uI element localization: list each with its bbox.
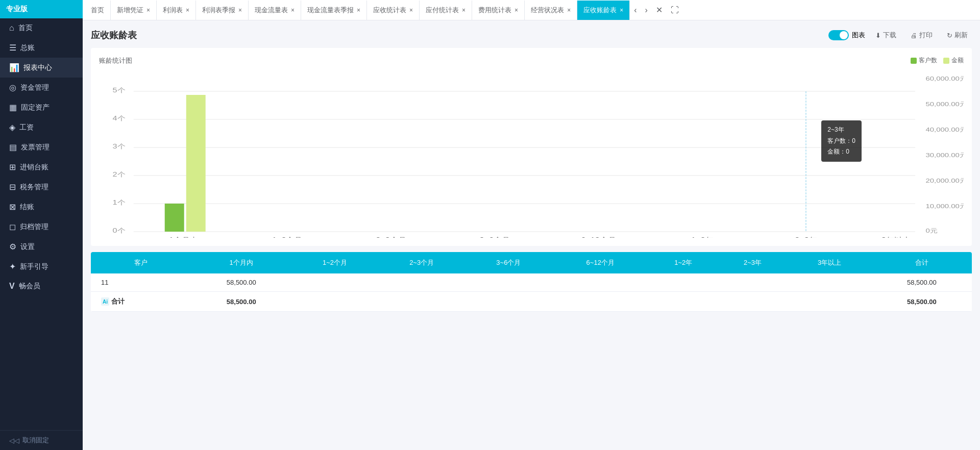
tab-close-all-btn[interactable]: ✕ bbox=[652, 5, 667, 15]
tab-ar-aging[interactable]: 应收账龄表 × bbox=[577, 1, 630, 20]
tab-next-btn[interactable]: › bbox=[641, 6, 651, 15]
guide-icon: ✦ bbox=[9, 262, 16, 271]
sidebar-item-vip[interactable]: V 畅会员 bbox=[0, 277, 83, 296]
tab-receivable-stats[interactable]: 应收统计表 × bbox=[367, 1, 420, 20]
legend-customer-dot bbox=[911, 58, 917, 64]
sales-icon: ⊞ bbox=[9, 162, 16, 172]
tab-business-status[interactable]: 经营状况表 × bbox=[525, 1, 577, 20]
tab-cashflow[interactable]: 现金流量表 × bbox=[249, 1, 301, 20]
tab-cashflow-close[interactable]: × bbox=[291, 7, 295, 14]
tab-profit-label: 利润表 bbox=[163, 6, 183, 15]
svg-text:60,000.00元: 60,000.00元 bbox=[925, 76, 964, 82]
col-header-m3-6: 3~6个月 bbox=[465, 252, 552, 273]
sidebar-item-settings[interactable]: ⚙ 设置 bbox=[0, 237, 83, 257]
tab-prev-btn[interactable]: ‹ bbox=[630, 6, 641, 15]
tab-profit[interactable]: 利润表 × bbox=[157, 1, 196, 20]
col-header-customer: 客户 bbox=[91, 252, 191, 273]
refresh-icon: ↻ bbox=[947, 32, 952, 39]
table-total-row: Ai 合计 58,500.00 58,500.00 bbox=[91, 292, 972, 312]
bar-amount-1month bbox=[186, 95, 206, 232]
gear-icon: ⚙ bbox=[9, 242, 16, 252]
toggle-label: 图表 bbox=[852, 31, 865, 40]
tab-voucher[interactable]: 新增凭证 × bbox=[111, 1, 157, 20]
sidebar-item-invoice[interactable]: ▤ 发票管理 bbox=[0, 137, 83, 157]
col-header-total: 合计 bbox=[872, 252, 972, 273]
reports-icon: 📊 bbox=[9, 63, 19, 72]
table-row: 11 58,500.00 58,500.00 bbox=[91, 273, 972, 292]
cell-customer: 11 bbox=[91, 273, 191, 292]
chart-toggle[interactable]: 图表 bbox=[828, 30, 865, 40]
tab-ar-aging-label: 应收账龄表 bbox=[583, 6, 617, 15]
salary-icon: ◈ bbox=[9, 122, 15, 132]
sidebar-item-ledger[interactable]: ☰ 总账 bbox=[0, 38, 83, 58]
sidebar-item-label: 归档管理 bbox=[20, 222, 48, 232]
tab-home[interactable]: 首页 bbox=[85, 1, 111, 20]
sidebar-item-label: 设置 bbox=[20, 242, 35, 252]
svg-text:50,000.00元: 50,000.00元 bbox=[925, 101, 964, 108]
tab-cashflow-quarterly-close[interactable]: × bbox=[357, 7, 360, 14]
sidebar-item-salary[interactable]: ◈ 工资 bbox=[0, 117, 83, 137]
tab-payable-stats-close[interactable]: × bbox=[462, 7, 465, 14]
col-header-m1: 1个月内 bbox=[191, 252, 291, 273]
sidebar-item-reports[interactable]: 📊 报表中心 bbox=[0, 58, 83, 78]
cell-total: 58,500.00 bbox=[872, 273, 972, 292]
tab-payable-stats[interactable]: 应付统计表 × bbox=[420, 1, 472, 20]
tab-business-status-close[interactable]: × bbox=[567, 7, 571, 14]
sidebar-item-sales[interactable]: ⊞ 进销台账 bbox=[0, 157, 83, 177]
tab-profit-quarterly[interactable]: 利润表季报 × bbox=[196, 1, 249, 20]
svg-text:1~2个月: 1~2个月 bbox=[272, 236, 302, 238]
tab-payable-stats-label: 应付统计表 bbox=[426, 6, 459, 15]
tab-receivable-stats-close[interactable]: × bbox=[409, 7, 413, 14]
svg-text:3个: 3个 bbox=[113, 143, 126, 149]
tab-expense-stats[interactable]: 费用统计表 × bbox=[472, 1, 525, 20]
sidebar-item-label: 进销台账 bbox=[20, 163, 48, 172]
sidebar-item-funds[interactable]: ◎ 资金管理 bbox=[0, 78, 83, 97]
tab-profit-quarterly-label: 利润表季报 bbox=[202, 6, 235, 15]
sidebar-item-assets[interactable]: ▦ 固定资产 bbox=[0, 97, 83, 117]
tab-profit-close[interactable]: × bbox=[186, 7, 189, 14]
sidebar-item-label: 固定资产 bbox=[21, 103, 50, 112]
tab-voucher-label: 新增凭证 bbox=[117, 6, 143, 15]
page-actions: 图表 ⬇ 下载 🖨 打印 ↻ 刷新 bbox=[828, 29, 972, 42]
tax-icon: ⊟ bbox=[9, 182, 16, 192]
svg-text:10,000.00元: 10,000.00元 bbox=[925, 203, 964, 210]
page-title: 应收账龄表 bbox=[91, 29, 137, 41]
col-header-y3plus: 3年以上 bbox=[787, 252, 871, 273]
tab-cashflow-quarterly[interactable]: 现金流量表季报 × bbox=[301, 1, 367, 20]
sidebar-item-label: 新手引导 bbox=[20, 262, 48, 271]
tab-ar-aging-close[interactable]: × bbox=[620, 7, 623, 14]
archive-icon: ◻ bbox=[9, 222, 16, 232]
print-btn[interactable]: 🖨 打印 bbox=[906, 29, 937, 42]
svg-text:30,000.00元: 30,000.00元 bbox=[925, 152, 964, 159]
svg-text:4个: 4个 bbox=[113, 115, 126, 121]
cell-m2-3 bbox=[378, 273, 465, 292]
svg-text:0元: 0元 bbox=[925, 228, 937, 234]
cell-y3plus bbox=[787, 273, 871, 292]
sidebar-item-archive[interactable]: ◻ 归档管理 bbox=[0, 217, 83, 237]
tab-profit-quarterly-close[interactable]: × bbox=[238, 7, 242, 14]
toggle-switch-control[interactable] bbox=[828, 30, 849, 40]
tab-voucher-close[interactable]: × bbox=[146, 7, 150, 14]
sidebar-item-tax[interactable]: ⊟ 税务管理 bbox=[0, 177, 83, 197]
tab-expense-stats-close[interactable]: × bbox=[514, 7, 518, 14]
download-btn[interactable]: ⬇ 下载 bbox=[871, 29, 900, 42]
collapse-icon: ◁◁ bbox=[9, 437, 19, 444]
sidebar-collapse-btn[interactable]: ◁◁ 取消固定 bbox=[0, 430, 83, 450]
svg-text:5个: 5个 bbox=[113, 87, 126, 93]
cell-m6-12 bbox=[552, 273, 649, 292]
tab-expense-stats-label: 费用统计表 bbox=[478, 6, 511, 15]
sidebar-item-guide[interactable]: ✦ 新手引导 bbox=[0, 257, 83, 277]
svg-text:20,000.00元: 20,000.00元 bbox=[925, 178, 964, 184]
total-label-cell: Ai 合计 bbox=[91, 292, 191, 312]
col-header-y2-3: 2~3年 bbox=[718, 252, 788, 273]
sidebar-item-home[interactable]: ⌂ 首页 bbox=[0, 18, 83, 38]
total-m3-6 bbox=[465, 292, 552, 312]
download-icon: ⬇ bbox=[875, 32, 881, 39]
total-total: 58,500.00 bbox=[872, 292, 972, 312]
tab-expand-btn[interactable]: ⛶ bbox=[667, 6, 683, 15]
tab-bar: 首页 新增凭证 × 利润表 × 利润表季报 × 现金流量表 × 现金流量表季报 … bbox=[83, 0, 980, 20]
refresh-btn[interactable]: ↻ 刷新 bbox=[943, 29, 972, 42]
sidebar-item-closing[interactable]: ⊠ 结账 bbox=[0, 197, 83, 217]
invoice-icon: ▤ bbox=[9, 142, 17, 152]
sidebar: 专业版 ⌂ 首页 ☰ 总账 📊 报表中心 ◎ 资金管理 ▦ 固定资产 ◈ 工资 … bbox=[0, 0, 83, 450]
